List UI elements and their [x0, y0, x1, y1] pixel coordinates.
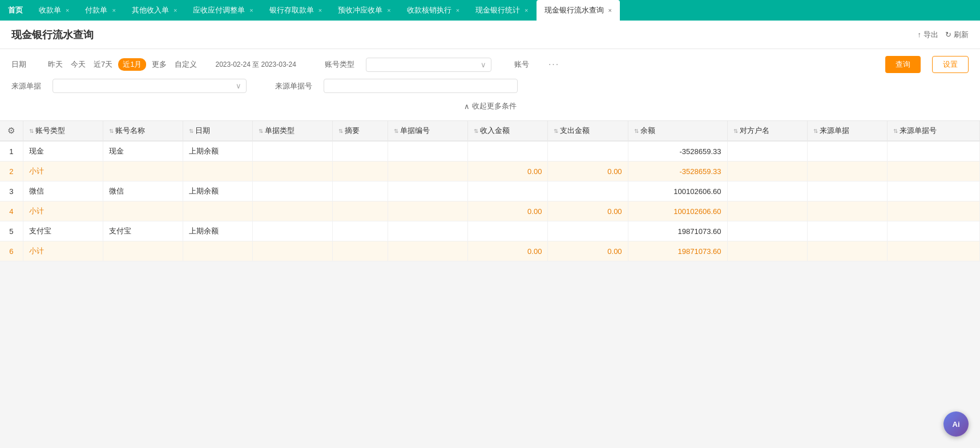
export-label: 导出 [923, 30, 938, 40]
col-header-summary[interactable]: ⇅摘要 [333, 121, 388, 141]
sort-icon: ⇅ [634, 128, 639, 134]
collapse-up-icon: ∧ [464, 102, 470, 111]
nav-tab-银行存取款单[interactable]: 银行存取款单× [261, 0, 330, 21]
date-option-昨天[interactable]: 昨天 [46, 59, 65, 70]
cell-settings: 6 [0, 241, 23, 261]
close-icon[interactable]: × [525, 0, 528, 21]
col-header-expense[interactable]: ⇅支出金额 [548, 121, 628, 141]
nav-tab-现金银行流水查询[interactable]: 现金银行流水查询× [537, 0, 620, 21]
cell-settings: 2 [0, 162, 23, 181]
nav-tab-label: 银行存取款单 [269, 0, 314, 21]
nav-tab-现金银行统计[interactable]: 现金银行统计× [467, 0, 536, 21]
nav-tab-label: 现金银行统计 [475, 0, 520, 21]
cell-counterparty [727, 241, 807, 261]
cell-summary [333, 241, 388, 261]
col-header-settings: ⚙ [0, 121, 23, 141]
nav-tab-收款单[interactable]: 收款单× [31, 0, 77, 21]
table-row: 6小计0.000.0019871073.60 [0, 241, 980, 261]
nav-tab-预收冲应收单[interactable]: 预收冲应收单× [330, 0, 398, 21]
cell-expense: 0.00 [548, 201, 628, 221]
sort-icon: ⇅ [813, 128, 818, 134]
gear-icon[interactable]: ⚙ [7, 126, 15, 135]
col-header-doc_type[interactable]: ⇅单据类型 [252, 121, 332, 141]
close-icon[interactable]: × [318, 0, 322, 21]
settings-button[interactable]: 设置 [932, 56, 969, 73]
nav-tab-label: 收款单 [39, 0, 61, 21]
source-doc-select[interactable]: ​ ∨ [53, 79, 247, 93]
cell-balance: 100102606.60 [628, 201, 727, 221]
cell-summary [333, 141, 388, 162]
cell-balance: 19871073.60 [628, 221, 727, 241]
col-label: 收入金额 [480, 126, 510, 135]
cell-expense [548, 181, 628, 201]
cell-doc_type [252, 201, 332, 221]
cell-income: 0.00 [468, 162, 548, 181]
query-button[interactable]: 查询 [885, 56, 921, 73]
source-doc-num-label: 来源单据号 [275, 81, 312, 91]
cell-date [183, 241, 252, 261]
nav-home[interactable]: 首页 [0, 0, 31, 21]
cell-expense [548, 221, 628, 241]
nav-home-label: 首页 [8, 0, 23, 21]
col-header-doc_no[interactable]: ⇅单据编号 [388, 121, 467, 141]
sort-icon: ⇅ [474, 128, 478, 134]
date-option-今天[interactable]: 今天 [68, 59, 88, 70]
col-header-date[interactable]: ⇅日期 [183, 121, 252, 141]
sort-icon: ⇅ [29, 128, 34, 134]
nav-tab-应收应付调整单[interactable]: 应收应付调整单× [185, 0, 261, 21]
header-actions: ↑ 导出 ↻ 刷新 [918, 30, 969, 40]
top-nav: 首页 收款单×付款单×其他收入单×应收应付调整单×银行存取款单×预收冲应收单×收… [0, 0, 980, 21]
table-row: 2小计0.000.00-3528659.33 [0, 162, 980, 181]
close-icon[interactable]: × [608, 0, 612, 21]
col-header-income[interactable]: ⇅收入金额 [468, 121, 548, 141]
nav-tab-label: 付款单 [85, 0, 107, 21]
date-option-近1月[interactable]: 近1月 [118, 58, 146, 71]
col-header-source_doc[interactable]: ⇅来源单据 [807, 121, 887, 141]
col-header-account_type[interactable]: ⇅账号类型 [23, 121, 103, 141]
close-icon[interactable]: × [249, 0, 253, 21]
cell-doc_type [252, 241, 332, 261]
filter-row-1: 日期 昨天今天近7天近1月更多自定义 2023-02-24 至 2023-03-… [11, 56, 969, 73]
col-label: 日期 [195, 126, 210, 135]
refresh-button[interactable]: ↻ 刷新 [945, 30, 969, 40]
account-type-select[interactable]: ​ ∨ [366, 58, 491, 72]
export-button[interactable]: ↑ 导出 [918, 30, 939, 40]
col-header-counterparty[interactable]: ⇅对方户名 [727, 121, 807, 141]
date-option-近7天[interactable]: 近7天 [91, 59, 115, 70]
table-row: 5支付宝支付宝上期余额19871073.60 [0, 221, 980, 241]
cell-doc_type [252, 141, 332, 162]
nav-tab-其他收入单[interactable]: 其他收入单× [124, 0, 185, 21]
filter-row-2: 来源单据 ​ ∨ 来源单据号 [11, 79, 969, 93]
date-label: 日期 [11, 59, 34, 70]
cell-income [468, 221, 548, 241]
refresh-label: 刷新 [954, 30, 969, 40]
cell-balance: 19871073.60 [628, 241, 727, 261]
col-header-balance[interactable]: ⇅余额 [628, 121, 727, 141]
account-dots[interactable]: ··· [549, 59, 559, 70]
nav-tab-label: 预收冲应收单 [338, 0, 382, 21]
date-option-自定义[interactable]: 自定义 [172, 59, 199, 70]
close-icon[interactable]: × [387, 0, 390, 21]
date-option-更多[interactable]: 更多 [150, 59, 169, 70]
cell-balance: 100102606.60 [628, 181, 727, 201]
close-icon[interactable]: × [456, 0, 459, 21]
close-icon[interactable]: × [112, 0, 115, 21]
nav-tab-收款核销执行[interactable]: 收款核销执行× [399, 0, 467, 21]
col-header-source_doc_no[interactable]: ⇅来源单据号 [887, 121, 979, 141]
table-row: 3微信微信上期余额100102606.60 [0, 181, 980, 201]
col-header-account_name[interactable]: ⇅账号名称 [103, 121, 183, 141]
source-doc-num-input[interactable] [324, 79, 518, 93]
collapse-bar[interactable]: ∧ 收起更多条件 [11, 99, 969, 114]
cell-counterparty [727, 221, 807, 241]
cell-settings: 5 [0, 221, 23, 241]
date-options: 昨天今天近7天近1月更多自定义 [46, 58, 199, 71]
cell-expense: 0.00 [548, 241, 628, 261]
source-doc-chevron-icon: ∨ [236, 82, 241, 90]
nav-tab-付款单[interactable]: 付款单× [77, 0, 123, 21]
cell-source_doc [807, 221, 887, 241]
sort-icon: ⇅ [893, 128, 898, 134]
cell-doc_type [252, 162, 332, 181]
cell-income [468, 181, 548, 201]
close-icon[interactable]: × [66, 0, 69, 21]
close-icon[interactable]: × [174, 0, 177, 21]
